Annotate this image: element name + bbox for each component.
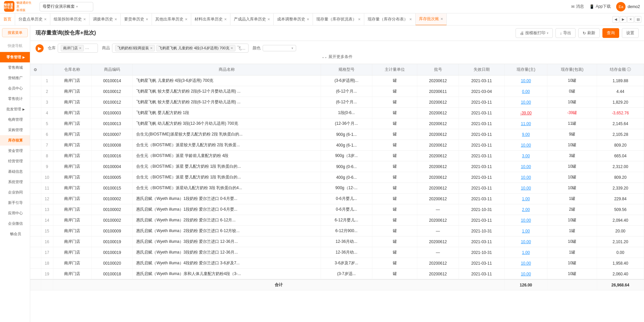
sidebar-item-enterprise-collab[interactable]: 企业协同: [0, 187, 30, 198]
tab-menu-button[interactable]: ▤: [635, 16, 641, 23]
col-settings[interactable]: ⚙: [30, 64, 41, 75]
cell-index: 16: [41, 236, 53, 247]
sidebar-item-wholesale-mgmt[interactable]: 批发管理▶: [0, 104, 30, 114]
tab-6[interactable]: 材料出库单历史✕: [191, 13, 230, 25]
message-button[interactable]: ✉ 消息: [571, 4, 584, 9]
refresh-button[interactable]: ↻ 刷新: [578, 28, 600, 38]
cell-stock-main[interactable]: 10.00: [504, 75, 547, 86]
tab-3[interactable]: 调拨单历史✕: [90, 13, 121, 25]
tab-close-icon[interactable]: ✕: [409, 17, 412, 21]
cell-spec: (3-7岁适...: [321, 269, 372, 280]
cell-stock-main[interactable]: 1.00: [504, 247, 547, 258]
app-download-button[interactable]: 📱 App下载: [589, 4, 611, 9]
tab-close-icon[interactable]: ✕: [440, 17, 443, 21]
tab-prev-button[interactable]: ◀: [612, 16, 619, 23]
warehouse-tag-close-icon[interactable]: ✕: [79, 46, 82, 50]
product-tag-2-close-icon[interactable]: ✕: [230, 46, 233, 50]
cell-name: 合生元（BIOSTIME）派星 婴儿配方奶粉 1段 乳铁蛋白的...: [133, 161, 321, 172]
industry-selector[interactable]: 母婴行业演示账套 ▾: [40, 2, 93, 11]
cell-stock-main[interactable]: -39.00: [504, 108, 547, 118]
cell-stock-main[interactable]: 11.00: [504, 118, 547, 129]
warehouse-tag-box[interactable]: 南岸门店 ✕ ···: [58, 44, 98, 53]
tab-close-icon[interactable]: ✕: [224, 17, 227, 21]
tab-close-button[interactable]: ✕: [627, 16, 634, 23]
sidebar-item-marketing[interactable]: 营销推广: [0, 73, 30, 83]
cell-stock-main[interactable]: 10.00: [504, 172, 547, 183]
settings-button[interactable]: 设置: [622, 28, 639, 38]
col-stock-pack: 现存量(包装): [547, 64, 597, 75]
sidebar-item-retail-mgmt[interactable]: 零售管理▶: [0, 52, 30, 62]
tab-10[interactable]: 现存量（库存分布表）✕: [364, 13, 416, 25]
tab-1[interactable]: 分盘点单历史✕: [15, 13, 50, 25]
product-tag-1-close-icon[interactable]: ✕: [150, 46, 153, 50]
tab-close-icon[interactable]: ✕: [146, 17, 148, 21]
user-area[interactable]: Ea demo2: [616, 2, 640, 11]
cell-stock-main[interactable]: 1.00: [504, 194, 547, 204]
cell-stock-main[interactable]: 10.00: [504, 236, 547, 247]
tab-7[interactable]: 产成品入库单历史✕: [230, 13, 274, 25]
sidebar-item-ecommerce[interactable]: 电商管理: [0, 114, 30, 125]
template-print-button[interactable]: 🖨 按模板打印 ▾: [516, 28, 553, 38]
cell-stock-main[interactable]: 10.00: [504, 161, 547, 172]
sidebar-item-app-center[interactable]: 应用中心: [0, 208, 30, 218]
sidebar-item-system[interactable]: 系统管理: [0, 177, 30, 187]
sidebar-item-retail-mall[interactable]: 零售商城: [0, 62, 30, 73]
sidebar-item-inventory[interactable]: 库存核算: [0, 135, 30, 146]
cell-stock-main[interactable]: 10.00: [504, 269, 547, 280]
tab-close-icon[interactable]: ✕: [114, 17, 117, 21]
tab-close-icon[interactable]: ✕: [358, 17, 361, 21]
tab-close-icon[interactable]: ✕: [267, 17, 270, 21]
cell-index: 9: [41, 161, 53, 172]
sidebar-item-member[interactable]: 会员中心: [0, 83, 30, 94]
main-layout: 搜索菜单 快捷导航 零售管理▶ 零售商城 营销推广 会员中心 零售统计 批发管理…: [0, 25, 644, 322]
tab-next-button[interactable]: ▶: [620, 16, 627, 23]
cell-unit: 罐: [372, 140, 417, 151]
tab-5[interactable]: 其他出库单历史✕: [152, 13, 191, 25]
cell-stock-main[interactable]: 3.00: [504, 151, 547, 161]
sidebar-item-retail-stats[interactable]: 零售统计: [0, 94, 30, 104]
product-tag-box[interactable]: 飞鹤奶粉3段两提装 ✕ 飞鹤星飞帆 儿童奶粉 4段(3-6岁适用) 700克 ✕…: [112, 44, 249, 53]
cell-stock-main[interactable]: 10.00: [504, 140, 547, 151]
sidebar-item-guide[interactable]: 新手引导: [0, 198, 30, 208]
tab-close-icon[interactable]: ✕: [83, 17, 86, 21]
product-more-icon[interactable]: 飞...: [237, 45, 246, 51]
warehouse-more-icon[interactable]: ···: [85, 46, 89, 51]
filter-expand-button[interactable]: ▶: [36, 44, 44, 52]
search-menu-button[interactable]: 搜索菜单: [2, 28, 28, 37]
col-name: 商品名称: [133, 64, 321, 75]
sidebar-item-finance[interactable]: 资金管理: [0, 146, 30, 156]
cell-stock-main[interactable]: 9.00: [504, 129, 547, 140]
cell-stock-main[interactable]: 10.00: [504, 258, 547, 269]
cell-stock-main[interactable]: 0.00: [504, 86, 547, 97]
sidebar-item-wechat[interactable]: 企业微信: [0, 218, 30, 229]
sidebar-item-vip[interactable]: 畅会员: [0, 229, 30, 239]
cell-expire: 2021-03-11: [459, 236, 504, 247]
cell-stock-main[interactable]: 10.00: [504, 183, 547, 194]
tab-11-active[interactable]: 库存批次账✕: [416, 13, 447, 25]
tab-2[interactable]: 组装拆卸单历史✕: [50, 13, 90, 25]
sidebar-item-basic-info[interactable]: 基础信息: [0, 166, 30, 177]
tab-9[interactable]: 现存量（库存状况表）✕: [313, 13, 364, 25]
tab-close-icon[interactable]: ✕: [44, 17, 47, 21]
cell-stock-main[interactable]: 10.00: [504, 215, 547, 226]
cell-settings: [30, 140, 41, 151]
cell-name: 飞鹤星飞帆 幼儿配方奶粉 3段(12-36个月幼儿适用) 700克: [133, 118, 321, 129]
color-tag-box[interactable]: ▾: [263, 45, 296, 51]
tab-close-icon[interactable]: ✕: [307, 17, 309, 21]
cell-stock-main[interactable]: 2.00: [504, 204, 547, 215]
tab-4[interactable]: 要货单历史✕: [121, 13, 152, 25]
cell-stock-main[interactable]: 1.00: [504, 226, 547, 236]
cell-warehouse: 南岸门店: [53, 215, 91, 226]
export-button[interactable]: ↓ 导出: [555, 28, 576, 38]
sidebar-item-operations[interactable]: 经营管理: [0, 156, 30, 166]
cell-stock-main[interactable]: 10.00: [504, 97, 547, 108]
sidebar-item-purchase[interactable]: 采购管理: [0, 125, 30, 135]
tab-close-icon[interactable]: ✕: [185, 17, 187, 21]
expand-more-button[interactable]: ⌄⌄ 展开更多条件: [36, 53, 639, 61]
cell-stock-pack: 3罐: [547, 151, 597, 161]
cell-stock-pack: -39罐: [547, 108, 597, 118]
cell-name: 合生元(BIOSTIME)派星较大婴儿配方奶粉 2段 乳铁蛋白的...: [133, 129, 321, 140]
query-button[interactable]: 查询: [602, 28, 619, 38]
tab-8[interactable]: 成本调整单历史✕: [274, 13, 313, 25]
tab-home[interactable]: 首页: [0, 13, 15, 25]
